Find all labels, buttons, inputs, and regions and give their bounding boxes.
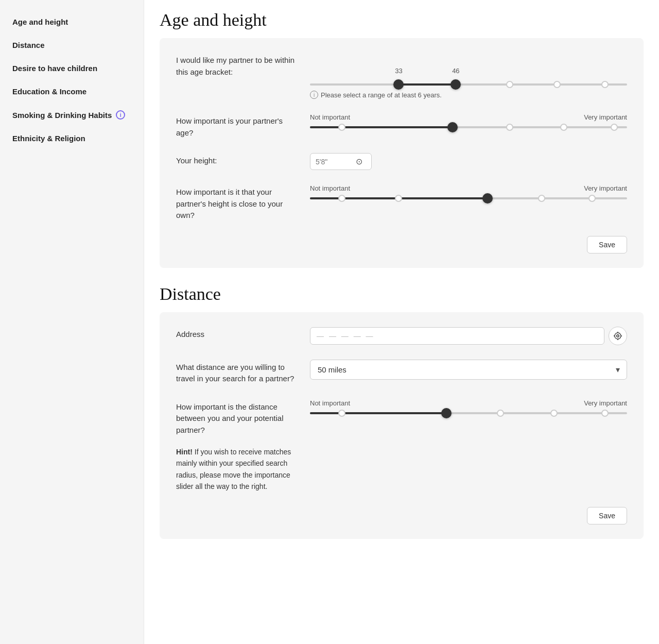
- age-importance-tick-1: [338, 124, 345, 131]
- distance-select[interactable]: 10 miles25 miles50 miles75 miles100 mile…: [310, 360, 627, 380]
- distance-hint: Hint! If you wish to receive matches mai…: [176, 446, 300, 493]
- location-button[interactable]: [609, 327, 627, 345]
- age-tick-2: [553, 81, 561, 88]
- hint-bold: Hint!: [176, 448, 193, 456]
- distance-importance-tick-3: [550, 410, 558, 417]
- age-bracket-control: 33 46 i Please select a range: [310, 53, 627, 99]
- age-importance-tick-2: [506, 124, 513, 131]
- sidebar-item-label: Desire to have children: [12, 64, 97, 73]
- address-input[interactable]: [310, 327, 604, 345]
- distance-select-wrap: 10 miles25 miles50 miles75 miles100 mile…: [310, 360, 627, 380]
- distance-importance-fill: [310, 412, 446, 414]
- svg-point-1: [615, 333, 621, 339]
- address-label: Address: [176, 327, 300, 341]
- sidebar-item-label: Education & Income: [12, 87, 86, 96]
- sidebar-item-ethnicity-religion[interactable]: Ethnicity & Religion: [0, 127, 144, 150]
- distance-importance-tick-4: [601, 410, 609, 417]
- distance-importance-track: [310, 412, 627, 414]
- distance-importance-tick-2: [497, 410, 504, 417]
- sidebar-item-desire-children[interactable]: Desire to have children: [0, 57, 144, 80]
- address-control: [310, 327, 627, 345]
- distance-select-row: What distance are you willing to travel …: [176, 360, 627, 385]
- age-max-label: 46: [452, 67, 459, 75]
- sidebar-item-label: Distance: [12, 41, 45, 49]
- age-num-labels: 33 46: [310, 67, 627, 78]
- distance-title: Distance: [160, 284, 644, 304]
- age-tick-3: [601, 81, 609, 88]
- distance-select-control: 10 miles25 miles50 miles75 miles100 mile…: [310, 360, 627, 380]
- age-height-card: I would like my partner to be within thi…: [160, 38, 644, 268]
- distance-importance-labels: Not important Very important: [310, 399, 627, 407]
- height-not-important-label: Not important: [310, 184, 350, 192]
- distance-importance-control: Not important Very important: [310, 399, 627, 419]
- height-control: ⊙: [310, 153, 627, 170]
- age-slider-fill: [398, 83, 456, 86]
- age-bracket-row: I would like my partner to be within thi…: [176, 53, 627, 99]
- distance-card: Address: [160, 312, 644, 539]
- age-importance-labels: Not important Very important: [310, 113, 627, 121]
- distance-importance-label: How important is the distance between yo…: [176, 399, 300, 493]
- height-importance-thumb[interactable]: [482, 193, 493, 204]
- sidebar-item-education-income[interactable]: Education & Income: [0, 80, 144, 103]
- height-importance-labels: Not important Very important: [310, 184, 627, 192]
- height-importance-tick-4: [588, 195, 596, 202]
- distance-importance-row: How important is the distance between yo…: [176, 399, 627, 493]
- height-importance-tick-1: [338, 195, 345, 202]
- location-icon: [613, 331, 622, 341]
- distance-importance-tick-1: [338, 410, 345, 417]
- age-height-title: Age and height: [160, 10, 644, 30]
- height-importance-control: Not important Very important: [310, 184, 627, 205]
- age-importance-tick-4: [611, 124, 618, 131]
- very-important-label: Very important: [584, 113, 627, 121]
- height-importance-label: How important is it that your partner's …: [176, 184, 300, 222]
- sidebar-item-age-height[interactable]: Age and height: [0, 10, 144, 33]
- age-height-save-button[interactable]: Save: [587, 236, 627, 253]
- info-icon[interactable]: i: [116, 110, 125, 120]
- info-circle-icon: i: [310, 91, 318, 99]
- height-importance-tick-2: [395, 195, 402, 202]
- age-importance-thumb[interactable]: [447, 122, 458, 132]
- height-importance-track: [310, 197, 627, 199]
- hint-body: If you wish to receive matches mainly wi…: [176, 448, 291, 490]
- sidebar-item-label: Ethnicity & Religion: [12, 134, 85, 143]
- height-importance-row: How important is it that your partner's …: [176, 184, 627, 222]
- sidebar: Age and height Distance Desire to have c…: [0, 0, 144, 644]
- distance-importance-thumb[interactable]: [441, 408, 452, 418]
- height-importance-tick-3: [538, 195, 545, 202]
- age-importance-fill: [310, 126, 453, 128]
- age-importance-label: How important is your partner's age?: [176, 113, 300, 139]
- age-hint-text: Please select a range of at least 6 year…: [321, 91, 442, 99]
- main-content: Age and height I would like my partner t…: [144, 0, 659, 644]
- height-input[interactable]: [316, 158, 352, 166]
- sidebar-item-smoking-drinking[interactable]: Smoking & Drinking Habits i: [0, 103, 144, 127]
- age-slider-track: [310, 83, 627, 86]
- not-important-label: Not important: [310, 113, 350, 121]
- age-slider-thumb-min[interactable]: [393, 79, 404, 90]
- address-wrap: [310, 327, 627, 345]
- age-height-save-row: Save: [176, 236, 627, 253]
- age-min-label: 33: [395, 67, 402, 75]
- distance-save-row: Save: [176, 507, 627, 524]
- address-row: Address: [176, 327, 627, 345]
- age-importance-tick-3: [560, 124, 567, 131]
- sidebar-item-label: Smoking & Drinking Habits: [12, 111, 112, 120]
- distance-very-important-label: Very important: [584, 399, 627, 407]
- age-bracket-label: I would like my partner to be within thi…: [176, 53, 300, 78]
- svg-point-0: [617, 334, 619, 337]
- age-importance-track: [310, 126, 627, 128]
- clock-icon: ⊙: [356, 157, 362, 166]
- age-tick-1: [506, 81, 513, 88]
- distance-save-button[interactable]: Save: [587, 507, 627, 524]
- age-importance-row: How important is your partner's age? Not…: [176, 113, 627, 139]
- height-input-wrap[interactable]: ⊙: [310, 153, 372, 170]
- age-slider-thumb-max[interactable]: [450, 79, 461, 90]
- sidebar-item-label: Age and height: [12, 18, 68, 26]
- height-row: Your height: ⊙: [176, 153, 627, 170]
- age-hint: i Please select a range of at least 6 ye…: [310, 91, 627, 99]
- sidebar-item-distance[interactable]: Distance: [0, 33, 144, 57]
- age-importance-control: Not important Very important: [310, 113, 627, 133]
- distance-not-important-label: Not important: [310, 399, 350, 407]
- height-very-important-label: Very important: [584, 184, 627, 192]
- distance-select-label: What distance are you willing to travel …: [176, 360, 300, 385]
- height-label: Your height:: [176, 153, 300, 167]
